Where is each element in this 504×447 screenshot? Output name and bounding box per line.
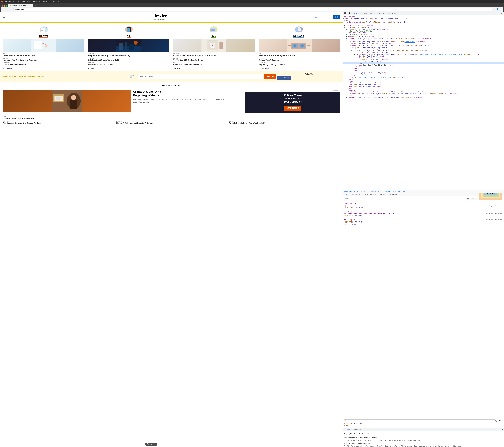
menu-chrome[interactable]: Chrome (5, 1, 11, 2)
cls-button[interactable]: .cls (471, 198, 474, 200)
html-line-block-title-h2[interactable]: ▼ <h2 class="block-title" > (343, 61, 504, 62)
html-line-article-col-item4[interactable]: <li class="article-columns-item" >…</li> (343, 86, 504, 87)
html-line-end-ul2[interactable]: </ul> (343, 87, 504, 89)
devtools-mobile-icon[interactable]: 📱 (347, 12, 351, 15)
bottom-art-0-title[interactable]: The Best Cheap Web Hosting Providers (3, 117, 340, 119)
html-line-selected[interactable]: == $0 (343, 62, 504, 64)
properties-tab[interactable]: Properties (378, 193, 387, 196)
html-line-spotlight[interactable]: ▶ <section id="spotlight-with-title_1-0"… (343, 93, 504, 94)
html-line-noscript[interactable]: ▶ <noscript>…</noscript> (343, 32, 504, 34)
html-line-html[interactable]: ▼ <html id="homeTemplate_1-0" class="com… (343, 18, 504, 19)
menu-window[interactable]: Window (49, 1, 55, 2)
devtools-tab-performance[interactable]: Performance (385, 12, 397, 15)
html-line-end-div[interactable]: </div> (343, 68, 504, 70)
html-line-svg1[interactable]: ▶ <svg class="mntl-svg-resource is-hidde… (343, 28, 504, 30)
active-browser-tab[interactable]: 🔶 Lifewire - Tech Untangled ✕ (8, 4, 33, 7)
breadcrumb-main[interactable]: #main (343, 191, 348, 192)
hov-button[interactable]: :hov (466, 198, 470, 200)
buy-all-link[interactable]: ALL BUY → (173, 68, 182, 70)
html-line-block-a[interactable]: ▶ <a id="block_1-0" class="comp block-sm… (343, 54, 504, 55)
devtools-tab-sources[interactable]: Sources (369, 12, 377, 15)
breadcrumb-h2[interactable]: h2 (403, 191, 405, 192)
howto-main-title[interactable]: Learn How To Read Binary Code (3, 54, 84, 57)
domore-main-title[interactable]: Best VR Apps For Google Cardboard (259, 54, 340, 57)
devtools-tab-console[interactable]: Console (360, 12, 369, 15)
search-go-button[interactable]: GO (333, 15, 340, 19)
menu-history[interactable]: History (27, 1, 31, 2)
html-line-col-btn-a[interactable]: <a href="https://www.lifewire.com/how-to… (343, 77, 504, 78)
new-tab-button[interactable]: + (34, 4, 37, 7)
fix-item-1-title[interactable]: Get Alexa Smart Groups Working Right (88, 59, 169, 61)
html-line-doctype[interactable]: <!doctype html> (343, 16, 504, 18)
expand-icon[interactable]: ▼ (343, 18, 345, 19)
html-line-globe[interactable]: <globe-environment name="prod" applicati… (343, 21, 504, 23)
bottom-art-1-title[interactable]: Four Ways to Get Your Own Domain For Fre… (3, 122, 113, 124)
hamburger-menu-icon[interactable]: ☰ (3, 16, 5, 18)
back-button[interactable]: ← (2, 8, 5, 11)
event-listeners-tab[interactable]: Event Listeners (350, 193, 363, 196)
menu-file[interactable]: File (13, 1, 15, 2)
learn-more-button[interactable]: LEARN MORE (284, 106, 301, 110)
html-line-end-section[interactable]: </section> (343, 89, 504, 91)
devtools-more-button[interactable]: » (397, 12, 399, 15)
html-line-article-columns[interactable]: ▼ <section id="article-columns_1-0" clas… (343, 44, 504, 46)
html-line-li-item[interactable]: ▼ <li g-item class="g-item block-list-it… (343, 52, 504, 54)
tab-close-button[interactable]: ✕ (30, 5, 32, 6)
console-tab-button[interactable]: Console (343, 428, 352, 431)
facebook-button[interactable]: f Facebook (277, 76, 290, 80)
html-line-block-kicker[interactable]: ▶ <p class="block-kicker" >Article</p> (343, 59, 504, 61)
html-line-comment-end[interactable]: --> (343, 23, 504, 25)
howto-item-2-title[interactable]: Create Excel Data Dashboards (3, 64, 84, 66)
html-line-footer[interactable]: ▶ <footer id="footer_1-0" class="comp fo… (343, 96, 504, 98)
nav-cat-fix[interactable]: FIX (88, 25, 170, 38)
html-line-span-title[interactable]: <span> Learn How To Read Binary Code </s… (343, 64, 504, 66)
buy-main-title[interactable]: Control The Temp With A Smart Thermostat (173, 54, 255, 57)
html-line-end-main[interactable]: </main> (343, 94, 504, 96)
menu-icon[interactable]: ⋮ (500, 8, 502, 10)
buy-item-2-title[interactable]: Best Portables For Your Outdoor Life (173, 64, 255, 66)
bottom-art-2-title[interactable]: Choose A Web Host And Register A Domain (116, 122, 227, 124)
filter-right-input[interactable] (344, 419, 495, 422)
html-line-article-col-item2[interactable]: <li class="article-columns-item" >…</li> (343, 82, 504, 84)
buy-item-1-title[interactable]: Get The Best GPS Trackers For Hiking (173, 59, 255, 61)
signup-button[interactable]: SIGN UP (264, 74, 276, 79)
nav-cat-howto[interactable]: HOW TO (3, 25, 85, 38)
accessibility-tab[interactable]: Accessibility (387, 193, 398, 196)
howto-all-link[interactable]: ALL HOW TO → (3, 68, 14, 70)
howto-item-1-title[interactable]: How Much Data Does Streaming Music Use (3, 59, 84, 61)
breadcrumb-block-list[interactable]: #block-list_1-0 (385, 191, 397, 192)
breadcrumb-li2[interactable]: li (382, 191, 384, 192)
html-line-end-a[interactable]: </a> (343, 78, 504, 80)
bookmark-icon[interactable]: ☆ (494, 8, 495, 10)
fix-main-title[interactable]: Play Fortnite On Any Device With Less La… (88, 54, 169, 57)
devtools-tab-elements[interactable]: Elements (352, 12, 360, 15)
breadcrumb-li3[interactable]: li (401, 191, 402, 192)
fix-all-link[interactable]: ALL FIX → (88, 68, 96, 70)
html-line-comment1[interactable]: <!-- (343, 19, 504, 21)
html-line-main[interactable]: ▼ <main id="main" role="main" > (343, 39, 504, 41)
css-source-1[interactable]: eNodVFtyhSA.A.min.css:1 (486, 205, 503, 207)
devtools-dock-icon[interactable]: ⬛ (343, 12, 347, 15)
css-source-2[interactable]: eNodVFtyhSA.A.min.css:1 (486, 213, 503, 214)
pick-main-title[interactable]: Create A Quick And Engaging Website (133, 90, 228, 97)
dom-breakpoints-tab[interactable]: DOM Breakpoints (363, 193, 378, 196)
nav-cat-domore[interactable]: DO MORE (258, 25, 340, 38)
html-line-block-content[interactable]: ▼ <div class="block-content" > (343, 57, 504, 59)
html-line-gtm-comment[interactable]: <!-- Google Tag Manager (Testing) --> (343, 30, 504, 32)
breadcrumb-li[interactable]: li (368, 191, 370, 192)
html-line-h2-section[interactable]: ▶ <h2 class="section-title" >…</h2> (343, 48, 504, 50)
html-line-end-li2[interactable]: </li> (343, 80, 504, 82)
html-line-svg2[interactable]: ▶ <svg class="is-hidden" >…</svg> (343, 36, 504, 37)
html-line-article-col-item3[interactable]: <li class="article-columns-item" >…</li> (343, 84, 504, 86)
menu-bookmarks[interactable]: Bookmarks (33, 1, 41, 2)
devtools-bottom-close-icon[interactable]: ✕ (502, 429, 503, 431)
html-line-gtm-end[interactable]: <!-- End Google Tag Manager --> (343, 34, 504, 36)
devtools-settings-icon[interactable]: ⚙ (497, 12, 500, 15)
profile-icon[interactable]: 👤 (496, 8, 499, 10)
domore-item-1-title[interactable]: Secretly Open A Snapchat (259, 59, 340, 61)
menu-edit[interactable]: Edit (17, 1, 19, 2)
nav-cat-buy[interactable]: BUY (173, 25, 255, 38)
styles-filter-input[interactable] (343, 198, 465, 200)
html-line-social-block[interactable]: ▶ <div id="social-block_2-0" class="comp… (343, 91, 504, 93)
html-line-image-nav[interactable]: ▶ <div id="image-nav_1-0" class="comp im… (343, 43, 504, 44)
